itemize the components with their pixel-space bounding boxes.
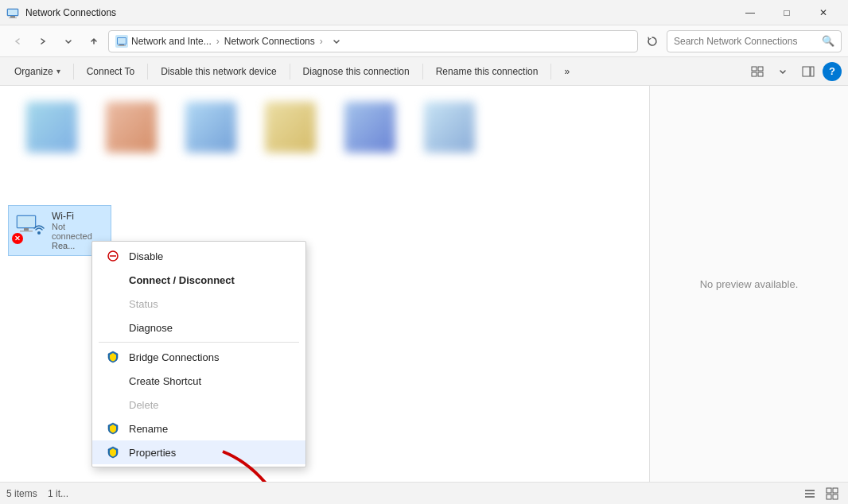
ctx-bridge[interactable]: Bridge Connections	[92, 345, 305, 369]
back-button[interactable]	[6, 30, 29, 52]
organize-dropdown-icon: ▾	[56, 67, 60, 76]
svg-rect-16	[24, 228, 29, 231]
list-item	[175, 102, 247, 153]
ctx-status: Status	[92, 292, 305, 316]
list-item	[414, 102, 485, 153]
help-button[interactable]: ?	[823, 62, 842, 81]
window-controls: — □ ✕	[732, 0, 842, 25]
wifi-x-badge: ✕	[12, 233, 23, 244]
svg-rect-25	[827, 488, 831, 493]
ctx-connect-disconnect[interactable]: Connect / Disconnect	[92, 268, 305, 292]
svg-rect-12	[803, 67, 810, 76]
wifi-icon-container: ✕	[14, 211, 45, 242]
wifi-name: Wi-Fi	[52, 211, 106, 222]
bridge-shield-icon	[105, 349, 121, 365]
main-area: ✕ Wi-Fi Not connected Rea... Disable	[0, 86, 848, 482]
svg-rect-26	[833, 488, 838, 493]
svg-rect-13	[811, 67, 814, 76]
path-separator-2: ›	[320, 36, 323, 47]
path-icon	[115, 35, 128, 48]
ctx-delete: Delete	[92, 393, 305, 417]
svg-rect-10	[752, 72, 757, 76]
svg-rect-8	[752, 67, 757, 71]
view-dropdown-button[interactable]	[772, 60, 794, 83]
status-right-controls	[800, 484, 842, 503]
organize-button[interactable]: Organize ▾	[6, 60, 68, 83]
more-button[interactable]: »	[556, 60, 578, 83]
toolbar-separator-3	[290, 64, 290, 79]
list-view-button[interactable]	[800, 484, 819, 503]
ctx-diagnose[interactable]: Diagnose	[92, 316, 305, 339]
diagnose-button[interactable]: Diagnose this connection	[295, 60, 418, 83]
properties-shield-icon	[105, 444, 121, 460]
svg-rect-11	[758, 72, 763, 76]
diagnose-icon	[105, 320, 121, 335]
blurred-icons-area	[8, 94, 641, 161]
search-input[interactable]	[674, 36, 817, 47]
details-pane-button[interactable]	[797, 60, 819, 83]
svg-rect-28	[833, 494, 838, 499]
refresh-button[interactable]	[641, 30, 663, 52]
svg-rect-1	[10, 16, 15, 17]
svg-rect-2	[9, 17, 17, 18]
wifi-status: Not connected	[52, 222, 106, 241]
shortcut-icon	[105, 373, 121, 389]
toolbar: Organize ▾ Connect To Disable this netwo…	[0, 57, 848, 86]
list-item	[95, 102, 167, 153]
path-separator-1: ›	[216, 36, 220, 47]
svg-rect-17	[20, 231, 33, 232]
minimize-button[interactable]: —	[732, 0, 768, 25]
disable-button[interactable]: Disable this network device	[153, 60, 284, 83]
no-preview-text: No preview available.	[700, 278, 799, 290]
list-item	[16, 102, 88, 153]
svg-rect-6	[119, 45, 124, 45]
large-icons-button[interactable]	[823, 484, 842, 503]
ctx-properties[interactable]: Properties	[92, 440, 305, 464]
file-area: ✕ Wi-Fi Not connected Rea... Disable	[0, 86, 649, 482]
maximize-button[interactable]: □	[768, 0, 805, 25]
ctx-create-shortcut[interactable]: Create Shortcut	[92, 369, 305, 393]
disable-icon	[105, 248, 121, 264]
list-item	[255, 102, 326, 153]
ctx-rename[interactable]: Rename	[92, 417, 305, 440]
ctx-disable[interactable]: Disable	[92, 244, 305, 268]
toolbar-separator-1	[73, 64, 74, 79]
toolbar-right: ?	[746, 60, 842, 83]
search-icon: 🔍	[822, 35, 834, 47]
address-bar: Network and Inte... › Network Connection…	[0, 25, 848, 57]
path-crumb1: Network and Inte...	[131, 36, 212, 47]
view-options-button[interactable]	[746, 60, 768, 83]
path-crumb2: Network Connections	[224, 36, 315, 47]
svg-rect-7	[118, 45, 126, 46]
context-menu: Disable Connect / Disconnect Status Diag…	[91, 241, 306, 467]
svg-point-18	[37, 231, 41, 235]
title-bar-left: Network Connections	[6, 6, 116, 19]
delete-icon	[105, 397, 121, 413]
app-icon	[6, 6, 19, 19]
ctx-sep-1	[99, 342, 299, 343]
address-path[interactable]: Network and Inte... › Network Connection…	[108, 30, 638, 52]
forward-button[interactable]	[32, 30, 54, 52]
svg-rect-5	[118, 38, 126, 44]
path-dropdown-button[interactable]	[329, 34, 344, 48]
toolbar-separator-5	[550, 64, 551, 79]
rename-icon	[105, 421, 121, 436]
toolbar-separator-4	[422, 64, 423, 79]
connect-to-button[interactable]: Connect To	[79, 60, 143, 83]
svg-rect-15	[18, 216, 35, 227]
list-item	[334, 102, 406, 153]
rename-button[interactable]: Rename this connection	[428, 60, 547, 83]
svg-rect-3	[8, 10, 18, 15]
svg-rect-27	[827, 494, 831, 499]
window-title: Network Connections	[25, 7, 116, 18]
up-button[interactable]	[83, 30, 105, 52]
status-bar: 5 items 1 it...	[0, 482, 848, 504]
search-box[interactable]: 🔍	[667, 30, 842, 52]
toolbar-separator-2	[147, 64, 148, 79]
connect-disconnect-icon	[105, 272, 121, 288]
close-button[interactable]: ✕	[805, 0, 842, 25]
status-items-count: 5 items 1 it...	[6, 488, 68, 499]
title-bar: Network Connections — □ ✕	[0, 0, 848, 25]
preview-panel: No preview available.	[649, 86, 848, 482]
recent-locations-button[interactable]	[57, 30, 80, 52]
